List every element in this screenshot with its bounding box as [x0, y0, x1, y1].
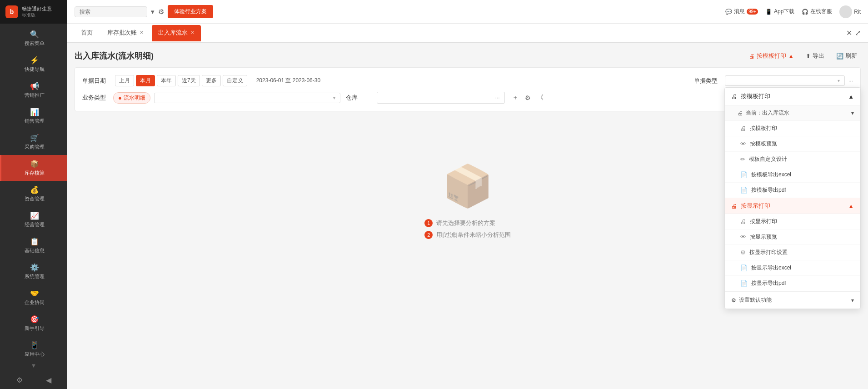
type-more-btn[interactable]: ···: [848, 78, 853, 84]
display-export-excel-item[interactable]: 📄 按显示导出excel: [725, 260, 860, 276]
dropdown-footer[interactable]: ⚙ 设置默认功能 ▾: [725, 291, 860, 309]
display-section-label: 按显示打印: [741, 202, 770, 210]
settings-default-label: 设置默认功能: [739, 296, 772, 304]
marketing-icon: 📢: [30, 82, 39, 90]
gear-icon[interactable]: ⚙: [158, 8, 164, 16]
online-service-button[interactable]: 🎧 在线客服: [802, 8, 832, 15]
sidebar-item-basic-info[interactable]: 📋 基础信息: [0, 233, 67, 259]
sidebar-label-search-menu: 搜索菜单: [25, 40, 45, 47]
display-preview-item[interactable]: 👁 按显示预览: [725, 229, 860, 245]
tab-maximize-icon[interactable]: ⤢: [855, 29, 861, 37]
display-settings-item[interactable]: ⚙ 按显示打印设置: [725, 245, 860, 260]
sidebar-item-sales[interactable]: 📊 销售管理: [0, 103, 67, 129]
collapse-sidebar-icon[interactable]: ◀: [46, 376, 51, 384]
refresh-icon: 🔄: [836, 53, 843, 60]
print-template-label: 按模板打印: [757, 52, 786, 60]
message-button[interactable]: 💬 消息 99+: [725, 8, 758, 15]
add-filter-icon[interactable]: ＋: [510, 92, 520, 104]
template-export-excel-item[interactable]: 📄 按模板导出excel: [725, 167, 860, 183]
template-custom-item[interactable]: ✏ 模板自定义设计: [725, 152, 860, 167]
step-num-1: 1: [424, 219, 433, 227]
sidebar-item-app-center[interactable]: 📱 应用中心: [0, 336, 67, 360]
user-avatar-button[interactable]: Rit: [839, 5, 861, 18]
sidebar-label-guide: 新手引导: [25, 325, 45, 332]
filter-tag-label: 流水明细: [124, 94, 145, 102]
tab-batch-account-close[interactable]: ✕: [140, 30, 144, 35]
quick-nav-icon: ⚡: [30, 56, 39, 65]
search-input[interactable]: [75, 6, 147, 17]
sidebar-item-search-menu[interactable]: 🔍 搜索菜单: [0, 25, 67, 51]
current-icon: 🖨: [738, 110, 743, 116]
filter-label-date: 单据日期: [82, 77, 110, 85]
filter-warehouse-group: 仓库 ···: [346, 92, 505, 104]
template-preview-label: 按模板预览: [750, 140, 777, 148]
topbar-left: ▾ ⚙ 体验行业方案: [75, 5, 725, 18]
date-btn-last-month[interactable]: 上月: [115, 75, 134, 86]
sidebar-scroll-down[interactable]: ▼: [0, 360, 67, 371]
chevron-down-icon[interactable]: ▾: [151, 8, 155, 16]
sidebar-item-quick-nav[interactable]: ⚡ 快捷导航: [0, 51, 67, 77]
display-section-chevron: ▲: [848, 203, 854, 209]
tab-inout-flow[interactable]: 出入库流水 ✕: [152, 25, 201, 41]
export-button[interactable]: ⬆ 导出: [802, 50, 828, 62]
filter-label-type: 单据类型: [694, 77, 721, 85]
basic-info-icon: 📋: [30, 237, 39, 246]
sidebar-label-marketing: 营销推广: [25, 92, 45, 99]
template-print-item[interactable]: 🖨 按模板打印: [725, 121, 860, 136]
page-actions: 🖨 按模板打印 ▲ ⬆ 导出 🔄 刷新: [745, 50, 861, 62]
sidebar-item-finance[interactable]: 💰 资金管理: [0, 181, 67, 207]
current-chevron-icon[interactable]: ▾: [851, 110, 854, 116]
display-export-pdf-item[interactable]: 📄 按显示导出pdf: [725, 276, 860, 291]
settings-bottom-icon[interactable]: ⚙: [16, 376, 23, 384]
filter-tag-active: ● 流水明细: [113, 92, 150, 104]
date-btn-more[interactable]: 更多: [202, 75, 221, 86]
enterprise-icon: 🤝: [30, 289, 39, 298]
template-export-pdf-item[interactable]: 📄 按模板导出pdf: [725, 183, 860, 198]
search-menu-icon: 🔍: [30, 30, 39, 39]
sidebar-item-guide[interactable]: 🎯 新手引导: [0, 310, 67, 336]
dropdown-chevron-up-icon[interactable]: ▲: [848, 93, 854, 100]
filter-settings-icon[interactable]: ⚙: [523, 92, 533, 103]
sidebar-logo: b 畅捷通好生意 标准版: [0, 0, 67, 24]
avatar: [839, 5, 852, 18]
biz-type-select[interactable]: ▾: [154, 93, 340, 103]
export-icon: ⬆: [806, 53, 811, 60]
sales-icon: 📊: [30, 108, 39, 116]
refresh-label: 刷新: [845, 52, 857, 60]
tab-batch-account[interactable]: 库存批次账 ✕: [101, 25, 150, 41]
current-label: 当前：出入库流水: [746, 109, 789, 117]
sidebar-item-purchase[interactable]: 🛒 采购管理: [0, 129, 67, 155]
sidebar-item-inventory[interactable]: 📦 库存核算: [0, 155, 67, 181]
display-pdf-icon: 📄: [740, 280, 748, 287]
display-print-item[interactable]: 🖨 按显示打印: [725, 214, 860, 229]
sidebar-item-operations[interactable]: 📈 经营管理: [0, 207, 67, 233]
tab-close-all-icon[interactable]: ✕: [846, 29, 852, 37]
sidebar-item-system[interactable]: ⚙️ 系统管理: [0, 259, 67, 284]
display-excel-icon: 📄: [740, 264, 748, 271]
date-btn-7days[interactable]: 近7天: [178, 75, 200, 86]
display-section-header[interactable]: 🖨 按显示打印 ▲: [725, 198, 860, 214]
sidebar-label-quick-nav: 快捷导航: [25, 66, 45, 73]
message-icon: 💬: [725, 9, 732, 15]
tab-batch-account-label: 库存批次账: [107, 29, 137, 37]
collapse-filter-icon[interactable]: 《: [535, 92, 545, 104]
refresh-button[interactable]: 🔄 刷新: [833, 50, 861, 62]
warehouse-select[interactable]: ···: [377, 92, 505, 104]
sidebar-item-enterprise[interactable]: 🤝 企业协同: [0, 284, 67, 310]
app-download-button[interactable]: 📱 App下载: [765, 8, 794, 15]
template-print-label: 按模板打印: [750, 125, 777, 132]
date-btn-this-year[interactable]: 本年: [157, 75, 176, 86]
tab-home[interactable]: 首页: [75, 25, 99, 41]
tab-inout-flow-close[interactable]: ✕: [190, 30, 195, 35]
template-preview-item[interactable]: 👁 按模板预览: [725, 136, 860, 152]
industry-solution-button[interactable]: 体验行业方案: [168, 5, 213, 18]
sidebar-item-marketing[interactable]: 📢 营销推广: [0, 77, 67, 103]
inventory-icon: 📦: [30, 160, 39, 168]
logo-icon: b: [5, 5, 18, 18]
sidebar-nav: 🔍 搜索菜单 ⚡ 快捷导航 📢 营销推广 📊 销售管理 🛒 采购管理 📦 库存核…: [0, 24, 67, 360]
logo-sub: 标准版: [22, 12, 52, 18]
date-btn-custom[interactable]: 自定义: [223, 75, 247, 86]
type-select[interactable]: ▾: [725, 75, 845, 86]
print-template-button[interactable]: 🖨 按模板打印 ▲: [745, 50, 798, 62]
date-btn-this-month[interactable]: 本月: [136, 75, 155, 86]
